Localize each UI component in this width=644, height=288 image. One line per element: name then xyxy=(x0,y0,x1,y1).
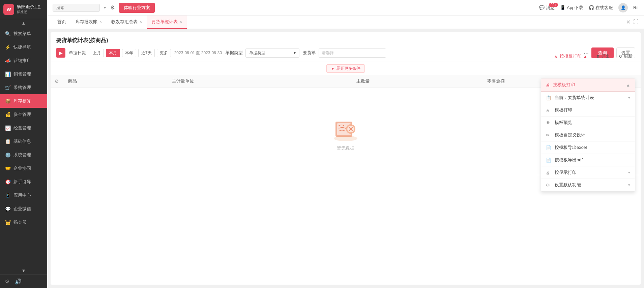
dropdown-template-design[interactable]: ✏ 模板自定义设计 xyxy=(541,129,635,141)
export-button[interactable]: ⬆ 导出 xyxy=(593,52,613,61)
sidebar-item-marketing[interactable]: 📣 营销推广 xyxy=(0,54,47,67)
empty-illustration xyxy=(329,111,362,145)
sidebar-item-basic[interactable]: 📋 基础信息 xyxy=(0,135,47,148)
type-filter-select[interactable]: 单据类型 ▾ xyxy=(245,49,299,58)
sidebar-item-member[interactable]: 👑 畅会员 xyxy=(0,216,47,229)
page-title: 要货单统计表(按商品) xyxy=(51,32,641,44)
topbar-chevron-icon[interactable]: ▾ xyxy=(104,5,106,10)
sidebar-item-operation[interactable]: 📈 经营管理 xyxy=(0,121,47,135)
dropdown-current-template[interactable]: 📋 当前：要货单统计表 ▾ xyxy=(541,92,635,104)
tab-close-all-icon[interactable]: ✕ xyxy=(626,19,631,25)
expand-row: ▼ 展开更多条件 xyxy=(51,62,641,75)
sidebar-item-newbie[interactable]: 🎯 新手引导 xyxy=(0,175,47,189)
date-range-display: 2023-06-01 至 2023-06-30 xyxy=(174,50,222,56)
sidebar-item-label: 应用中心 xyxy=(13,192,31,198)
tabbar-right: ✕ ⛶ xyxy=(626,19,639,25)
display-print-label: 按显示打印 xyxy=(555,169,577,175)
filter-expand-button[interactable]: ▶ xyxy=(56,48,65,58)
dropdown-header: 🖨 按模板打印 ▲ xyxy=(541,78,635,92)
sidebar-scroll-down[interactable]: ▼ xyxy=(0,267,47,275)
print-chevron-icon: ▲ xyxy=(583,54,587,59)
sidebar-item-label: 销售管理 xyxy=(13,71,31,77)
date-this-month-btn[interactable]: 本月 xyxy=(106,49,120,57)
dropdown-template-excel[interactable]: 📄 按模板导出excel xyxy=(541,141,635,154)
speaker-bottom-icon[interactable]: 🔊 xyxy=(15,278,22,285)
dropdown-up-icon[interactable]: ▲ xyxy=(626,83,630,88)
marketing-icon: 📣 xyxy=(5,58,11,64)
tab-home[interactable]: 首页 xyxy=(53,15,71,29)
date-7days-btn[interactable]: 近7天 xyxy=(138,49,155,57)
topbar: ▾ ⚙ 体验行业方案 💬 消息 99+ 📱 App下载 🎧 在线客服 👤 Rit xyxy=(47,0,644,15)
sidebar-item-search[interactable]: 🔍 搜索菜单 xyxy=(0,27,47,40)
sidebar-item-label: 系统管理 xyxy=(13,152,31,158)
sidebar-item-inventory[interactable]: 📦 库存核算 xyxy=(0,94,47,108)
template-preview-label: 模板预览 xyxy=(555,120,572,126)
date-last-month-btn[interactable]: 上月 xyxy=(90,49,104,57)
sidebar-item-finance[interactable]: 💰 资金管理 xyxy=(0,108,47,121)
dropdown-template-print[interactable]: 🖨 模板打印 xyxy=(541,104,635,117)
sidebar-item-system[interactable]: ⚙️ 系统管理 xyxy=(0,148,47,162)
goods-input-placeholder: 请选择 xyxy=(322,50,334,56)
messages-button[interactable]: 💬 消息 99+ xyxy=(539,5,555,11)
dropdown-template-preview[interactable]: 👁 模板预览 xyxy=(541,117,635,129)
app-label: App下载 xyxy=(567,5,583,11)
tab-receipt-summary-close[interactable]: × xyxy=(140,20,142,24)
sidebar-item-purchase[interactable]: 🛒 采购管理 xyxy=(0,81,47,94)
topbar-gear-icon[interactable]: ⚙ xyxy=(110,4,115,11)
current-template-label: 当前：要货单统计表 xyxy=(555,95,594,101)
dropdown-template-pdf[interactable]: 📄 按模板导出pdf xyxy=(541,154,635,166)
refresh-button[interactable]: ↻ 刷新 xyxy=(616,52,635,61)
online-service-button[interactable]: 🎧 在线客服 xyxy=(589,5,613,11)
print-button[interactable]: 🖨 按模板打印 ▲ xyxy=(551,52,590,61)
username-label[interactable]: Rit xyxy=(633,5,639,10)
table-settings-icon[interactable]: ⚙ xyxy=(55,78,59,84)
sidebar-item-label: 企业微信 xyxy=(13,206,31,212)
logo-text: 畅赚通好生意 xyxy=(17,4,41,10)
default-func-label: 设置默认功能 xyxy=(555,182,581,188)
template-preview-icon: 👁 xyxy=(546,120,551,125)
display-print-icon: 🖨 xyxy=(546,170,551,175)
system-icon: ⚙️ xyxy=(5,152,11,158)
sidebar-item-sales[interactable]: 📊 销售管理 xyxy=(0,67,47,81)
col-product: 商品 xyxy=(64,75,168,88)
user-avatar[interactable]: 👤 xyxy=(618,3,628,12)
expand-label: 展开更多条件 xyxy=(336,66,360,71)
trial-button[interactable]: 体验行业方案 xyxy=(119,3,155,13)
tab-inventory-batch[interactable]: 库存批次账 × xyxy=(71,15,107,29)
settings-bottom-icon[interactable]: ⚙ xyxy=(5,278,9,285)
sidebar-item-quick-nav[interactable]: ⚡ 快捷导航 xyxy=(0,40,47,54)
export-label: 导出 xyxy=(601,53,610,59)
app-download-button[interactable]: 📱 App下载 xyxy=(560,5,583,11)
tab-inventory-batch-close[interactable]: × xyxy=(99,20,102,24)
date-more-btn[interactable]: 更多 xyxy=(157,49,171,57)
sidebar-item-enterprise[interactable]: 🤝 企业协同 xyxy=(0,162,47,175)
sidebar-item-app-center[interactable]: 📱 应用中心 xyxy=(0,189,47,202)
current-template-icon: 📋 xyxy=(546,95,551,100)
dropdown-default-func[interactable]: ⚙ 设置默认功能 ▾ xyxy=(541,179,635,191)
sidebar: W 畅赚通好生意 标准版 ▲ 🔍 搜索菜单 ⚡ 快捷导航 📣 营销推广 📊 销售… xyxy=(0,0,47,288)
wechat-icon: 💬 xyxy=(5,206,11,212)
tab-receipt-summary-label: 收发存汇总表 xyxy=(111,19,138,25)
topbar-right: 💬 消息 99+ 📱 App下载 🎧 在线客服 👤 Rit xyxy=(539,3,639,12)
sidebar-item-wechat[interactable]: 💬 企业微信 xyxy=(0,202,47,216)
display-print-section-left: 🖨 按显示打印 xyxy=(546,169,577,175)
topbar-search-input[interactable] xyxy=(53,4,100,12)
tab-order-stats-close[interactable]: × xyxy=(180,20,182,24)
date-this-year-btn[interactable]: 本年 xyxy=(122,49,136,57)
goods-filter-input[interactable]: 请选择 xyxy=(319,49,386,58)
dropdown-display-print[interactable]: 🖨 按显示打印 ▾ xyxy=(541,166,635,179)
basic-icon: 📋 xyxy=(5,138,11,145)
expand-conditions-btn[interactable]: ▼ 展开更多条件 xyxy=(326,64,365,73)
sidebar-item-label: 畅会员 xyxy=(13,219,27,225)
tab-order-stats-label: 要货单统计表 xyxy=(151,19,178,25)
refresh-icon: ↻ xyxy=(619,54,622,59)
sales-icon: 📊 xyxy=(5,71,11,77)
operation-icon: 📈 xyxy=(5,125,11,131)
tab-order-stats[interactable]: 要货单统计表 × xyxy=(147,15,187,29)
sidebar-scroll-up[interactable]: ▲ xyxy=(0,19,47,27)
template-print-label: 模板打印 xyxy=(555,107,572,113)
tab-expand-icon[interactable]: ⛶ xyxy=(633,19,639,25)
sidebar-item-label: 新手引导 xyxy=(13,179,31,185)
tab-receipt-summary[interactable]: 收发存汇总表 × xyxy=(107,15,147,29)
app-icon: 📱 xyxy=(560,5,565,10)
